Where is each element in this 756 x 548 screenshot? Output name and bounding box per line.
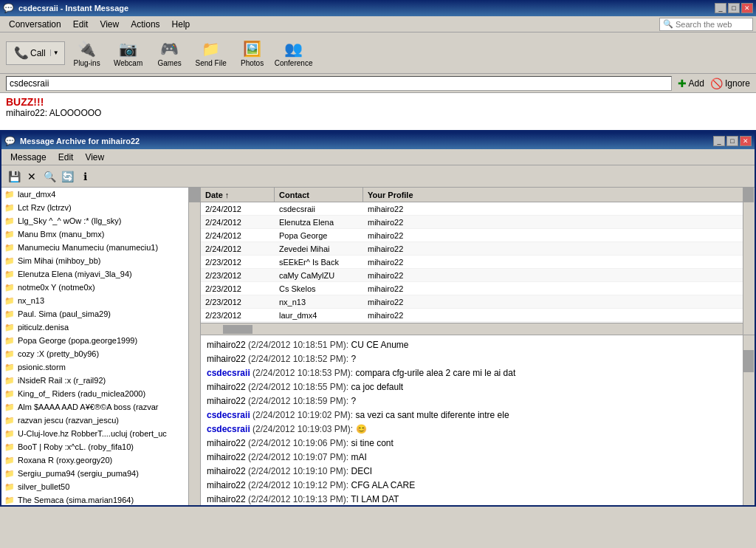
archive-close-button[interactable]: ✕ — [740, 136, 752, 146]
chat-message: mihairo22 (2/24/2012 10:18:59 PM): ? — [207, 394, 737, 408]
search2-button[interactable]: 🔍 — [41, 168, 58, 185]
ignore-button[interactable]: 🚫 Ignore — [710, 78, 750, 89]
list-item[interactable]: 📁razvan jescu (razvan_jescu) — [1, 414, 200, 427]
conference-button[interactable]: 👥 Conference — [275, 35, 313, 71]
list-item[interactable]: 📁Alm $AAAA AAD A¥€®©A boss (razvar — [1, 400, 200, 414]
list-item[interactable]: 📁King_of_ Riders (radu_miclea2000) — [1, 387, 200, 400]
photos-button[interactable]: 🖼️ Photos — [233, 35, 272, 71]
list-item[interactable]: 📁Sim Mihai (mihboy_bb) — [1, 254, 200, 267]
list-item[interactable]: 📁Manu Bmx (manu_bmx) — [1, 227, 200, 241]
list-item[interactable]: 📁BooT | Roby :x^cL. (roby_fifa10) — [1, 440, 200, 453]
table-row[interactable]: 2/23/2012 caMy CaMylZU mihairo22 — [201, 269, 743, 282]
list-item[interactable]: 📁psionic.storm — [1, 360, 200, 374]
archive-menu-bar: Message Edit View — [1, 149, 755, 165]
list-item[interactable]: 📁Llg_Sky ^_^ wOw :* (llg_sky) — [1, 214, 200, 227]
menu-edit[interactable]: Edit — [67, 18, 94, 31]
info-button[interactable]: ℹ — [77, 168, 93, 185]
save-button[interactable]: 💾 — [6, 168, 22, 185]
list-item[interactable]: 📁iNsideR Rail :x (r_rail92) — [1, 374, 200, 387]
archive-minimize-button[interactable]: _ — [713, 136, 725, 146]
th-profile[interactable]: Your Profile — [363, 188, 743, 202]
list-item[interactable]: 📁Roxana R (roxy.georgy20) — [1, 453, 200, 467]
contact-folder-icon: 📁 — [4, 349, 15, 359]
scrollbar-thumb[interactable] — [189, 188, 201, 202]
archive-menu-view[interactable]: View — [79, 151, 110, 164]
chat-sender: csdecsraii — [207, 368, 250, 378]
search-icon: 🔍 — [663, 19, 673, 29]
add-button[interactable]: ✚ Add — [678, 78, 704, 89]
games-icon: 🎮 — [159, 38, 180, 59]
menu-actions[interactable]: Actions — [125, 18, 165, 31]
list-item[interactable]: 📁notme0x Y (notme0x) — [1, 281, 200, 294]
list-item[interactable]: 📁Paul. Sima (paul_sima29) — [1, 307, 200, 321]
contacts-scrollbar[interactable] — [188, 188, 200, 505]
table-row[interactable]: 2/23/2012 Cs Skelos mihairo22 — [201, 282, 743, 295]
search-input[interactable] — [676, 20, 749, 29]
h-scrollbar-thumb[interactable] — [223, 325, 252, 334]
call-btn-main[interactable]: 📞 Call — [10, 46, 50, 60]
table-row[interactable]: 2/23/2012 laur_dmx4 mihairo22 — [201, 309, 743, 322]
close2-button[interactable]: ✕ — [24, 168, 40, 185]
contact-folder-icon: 📁 — [4, 336, 15, 346]
table-row[interactable]: 2/24/2012 csdecsraii mihairo22 — [201, 202, 743, 216]
archive-menu-edit[interactable]: Edit — [52, 151, 80, 164]
table-row[interactable]: 2/23/2012 sEEkEr^ Is Back mihairo22 — [201, 256, 743, 269]
list-item[interactable]: 📁silver_bullet50 — [1, 480, 200, 493]
list-item[interactable]: 📁Manumeciu Manumeciu (manumeciu1) — [1, 241, 200, 254]
menu-conversation[interactable]: Conversation — [3, 18, 67, 31]
minimize-button[interactable]: _ — [715, 3, 726, 13]
close-button[interactable]: ✕ — [741, 3, 753, 13]
chat-time: (2/24/2012 10:19:10 PM): — [248, 466, 348, 476]
list-item[interactable]: 📁nx_n13 — [1, 294, 200, 307]
list-item[interactable]: 📁Sergiu_puma94 (sergiu_puma94) — [1, 467, 200, 480]
refresh-button[interactable]: 🔄 — [59, 168, 75, 185]
table-row[interactable]: 2/24/2012 Popa George mihairo22 — [201, 229, 743, 242]
sort-icon: ↑ — [225, 191, 230, 199]
ignore-icon: 🚫 — [710, 78, 723, 89]
contact-folder-icon: 📁 — [4, 230, 15, 239]
list-item[interactable]: 📁cozy :X (pretty_b0y96) — [1, 347, 200, 360]
table-row[interactable]: 2/24/2012 Zevedei Mihai mihairo22 — [201, 242, 743, 256]
h-scrollbar[interactable] — [201, 323, 743, 335]
call-label: Call — [30, 48, 46, 58]
list-item[interactable]: 📁piticulz.denisa — [1, 321, 200, 334]
call-dropdown[interactable]: ▼ — [50, 49, 61, 56]
recipient-input[interactable] — [6, 76, 672, 91]
table-row[interactable]: 2/24/2012 Elenutza Elena mihairo22 — [201, 216, 743, 229]
contact-folder-icon: 📁 — [4, 456, 15, 465]
games-button[interactable]: 🎮 Games — [151, 35, 189, 71]
menu-help[interactable]: Help — [166, 18, 196, 31]
archive-maximize-button[interactable]: □ — [726, 136, 738, 146]
td-contact: sEEkEr^ Is Back — [275, 258, 363, 267]
plugins-button[interactable]: 🔌 Plug-ins — [68, 35, 106, 71]
list-item[interactable]: 📁The Semaca (sima.marian1964) — [1, 493, 200, 505]
th-date[interactable]: Date ↑ — [201, 188, 275, 202]
menu-view[interactable]: View — [94, 18, 125, 31]
contact-folder-icon: 📁 — [4, 482, 15, 492]
chat-time: (2/24/2012 10:18:59 PM): — [248, 396, 348, 406]
chat-vscrollbar[interactable] — [743, 335, 755, 505]
td-date: 2/23/2012 — [201, 258, 275, 267]
list-item[interactable]: 📁U-Cluj-love.hz RobberT....ucluj (robert… — [1, 427, 200, 440]
list-item[interactable]: 📁Popa George (popa.george1999) — [1, 334, 200, 347]
chat-vscrollbar-thumb[interactable] — [743, 350, 754, 372]
webcam-button[interactable]: 📷 Webcam — [109, 35, 148, 71]
send-file-button[interactable]: 📁 Send File — [192, 35, 230, 71]
td-profile: mihairo22 — [363, 298, 743, 306]
archive-menu-message[interactable]: Message — [4, 151, 52, 164]
chat-content: ca joc default — [351, 382, 403, 392]
chat-content: compara cfg-urile alea 2 care mi le ai d… — [356, 368, 516, 378]
table-vscrollbar[interactable] — [743, 188, 755, 335]
maximize-button[interactable]: □ — [728, 3, 740, 13]
td-date: 2/24/2012 — [201, 205, 275, 213]
list-item[interactable]: 📁Lct Rzv (lctrzv) — [1, 201, 200, 214]
table-row[interactable]: 2/23/2012 nx_n13 mihairo22 — [201, 295, 743, 309]
call-button[interactable]: 📞 Call ▼ — [6, 41, 65, 65]
list-item[interactable]: 📁laur_dmx4 — [1, 188, 200, 201]
chat-sender: mihairo22 — [207, 382, 246, 392]
table-vscrollbar-thumb[interactable] — [743, 188, 754, 202]
recipient-bar: ✚ Add 🚫 Ignore — [0, 74, 756, 93]
th-contact[interactable]: Contact — [275, 188, 363, 202]
td-contact: caMy CaMylZU — [275, 271, 363, 280]
list-item[interactable]: 📁Elenutza Elena (miyavi_3la_94) — [1, 267, 200, 281]
